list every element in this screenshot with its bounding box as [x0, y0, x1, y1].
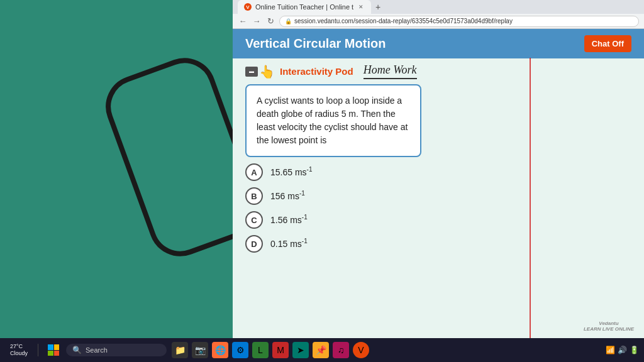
weather-temp: 27°C — [10, 343, 28, 350]
windows-start-button[interactable] — [43, 340, 64, 360]
taskbar-icon-explorer[interactable]: 📁 — [172, 342, 188, 358]
browser-chrome: V Online Tuition Teacher | Online t ✕ + … — [233, 0, 644, 29]
search-icon: 🔍 — [72, 346, 82, 354]
search-bar[interactable]: 🔍 Search — [66, 344, 167, 356]
url-bar[interactable]: 🔒 session.vedantu.com/session-data-repla… — [279, 16, 639, 27]
option-c-text: 1.56 ms-1 — [270, 215, 308, 225]
page-title: Vertical Circular Motion — [245, 36, 386, 51]
weather-condition: Cloudy — [10, 350, 28, 357]
tray-battery-icon: 🔋 — [630, 346, 639, 354]
question-box: A cyclist wants to loop a loop inside a … — [245, 84, 421, 157]
taskbar-icon-settings[interactable]: ⚙ — [232, 342, 248, 358]
weather-info: 27°C Cloudy — [5, 343, 33, 357]
option-b-circle: B — [245, 187, 263, 205]
tray-volume-icon: 🔊 — [618, 346, 627, 354]
option-d-circle: D — [245, 235, 263, 253]
interactivity-pod-label: Interactivity Pod — [280, 66, 353, 77]
option-a-row[interactable]: A 15.65 ms-1 — [245, 163, 631, 181]
pod-hand-icon: 👆 — [259, 64, 275, 79]
homework-area: Home Work — [358, 63, 417, 79]
red-line-decoration — [530, 58, 531, 338]
option-c-circle: C — [245, 211, 263, 229]
tab-favicon: V — [244, 3, 252, 11]
tray-network-icon: 📶 — [606, 346, 615, 354]
system-tray: 📶 🔊 🔋 — [606, 346, 639, 354]
taskbar-icon-app5[interactable]: ♫ — [333, 342, 349, 358]
new-tab-button[interactable]: + — [371, 0, 385, 14]
option-a-text: 15.65 ms-1 — [270, 167, 313, 177]
address-bar: ← → ↻ 🔒 session.vedantu.com/session-data… — [233, 14, 644, 28]
taskbar-icon-edge[interactable]: 🌐 — [212, 342, 228, 358]
active-tab[interactable]: V Online Tuition Teacher | Online t ✕ — [238, 0, 371, 14]
search-placeholder: Search — [86, 346, 108, 354]
tab-close-button[interactable]: ✕ — [357, 3, 365, 11]
option-b-text: 156 ms-1 — [270, 191, 305, 201]
homework-text: Home Work — [364, 63, 417, 79]
pod-icons: ▬ 👆 — [245, 64, 275, 79]
question-text: A cyclist wants to loop a loop inside a … — [257, 96, 408, 145]
url-text: session.vedantu.com/session-data-replay/… — [294, 18, 513, 25]
lock-icon: 🔒 — [285, 18, 292, 25]
forward-button[interactable]: → — [252, 16, 262, 26]
taskbar-icon-app3[interactable]: ➤ — [292, 342, 309, 358]
taskbar-icon-app4[interactable]: 📌 — [313, 342, 329, 358]
taskbar-separator-1 — [38, 344, 38, 356]
option-d-row[interactable]: D 0.15 ms-1 — [245, 235, 631, 253]
interactivity-pod: ▬ 👆 Interactivity Pod Home Work — [233, 58, 644, 84]
back-button[interactable]: ← — [238, 16, 248, 26]
taskbar-icon-vedantu[interactable]: V — [353, 342, 369, 358]
option-d-text: 0.15 ms-1 — [270, 239, 308, 249]
taskbar-icon-app1[interactable]: L — [252, 342, 269, 358]
windows-logo — [48, 344, 59, 356]
content-area: Vertical Circular Motion Chat Off ▬ 👆 In… — [233, 29, 644, 338]
reload-button[interactable]: ↻ — [265, 16, 275, 26]
options-container: A 15.65 ms-1 B 156 ms-1 C 1.56 ms-1 D 0.… — [233, 163, 644, 253]
taskbar-icon-app2[interactable]: M — [272, 342, 289, 358]
vedantu-logo: Vedantu LEARN LIVE ONLINE — [584, 321, 634, 332]
page-header: Vertical Circular Motion Chat Off — [233, 29, 644, 58]
taskbar-icons: 📁 📷 🌐 ⚙ L M ➤ 📌 ♫ V — [172, 342, 369, 358]
option-c-row[interactable]: C 1.56 ms-1 — [245, 211, 631, 229]
taskbar-icon-camera[interactable]: 📷 — [192, 342, 208, 358]
chat-off-button[interactable]: Chat Off — [584, 35, 631, 52]
option-a-circle: A — [245, 163, 263, 181]
option-b-row[interactable]: B 156 ms-1 — [245, 187, 631, 205]
tab-label: Online Tuition Teacher | Online t — [255, 3, 353, 11]
taskbar: 27°C Cloudy 🔍 Search 📁 📷 🌐 ⚙ L M ➤ 📌 ♫ V… — [0, 338, 644, 362]
tab-bar: V Online Tuition Teacher | Online t ✕ + — [233, 0, 644, 14]
pod-screen-icon: ▬ — [245, 67, 258, 77]
